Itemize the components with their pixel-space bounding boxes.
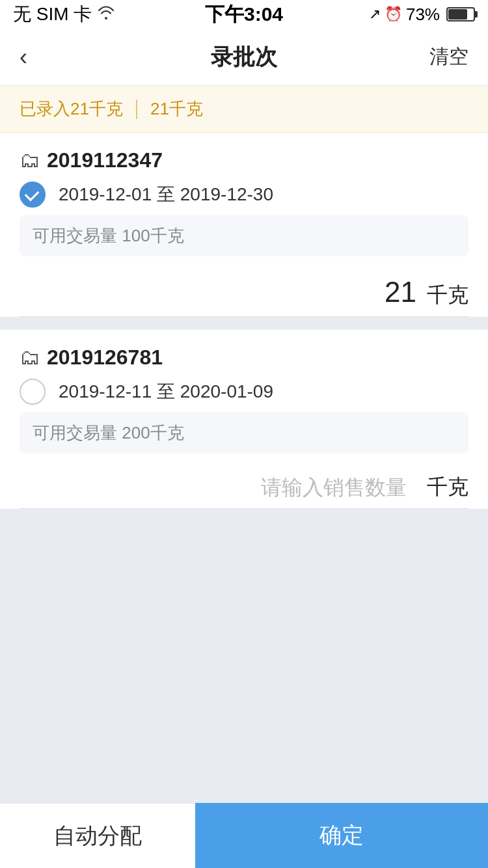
page-content: 已录入21千克 21千克 🗂 2019112347 2019-12-01 至 2… xyxy=(0,86,488,868)
batch-id-row-2: 🗂 2019126781 xyxy=(0,330,488,375)
separator-1 xyxy=(0,317,488,330)
back-button[interactable]: ‹ xyxy=(20,44,27,71)
radio-1[interactable] xyxy=(20,182,46,208)
batch-icon-1: 🗂 xyxy=(20,148,40,172)
recorded-amount: 已录入21千克 xyxy=(20,98,123,120)
available-1: 可用交易量 100千克 xyxy=(20,215,468,256)
clear-button[interactable]: 清空 xyxy=(429,44,468,70)
status-right: ↗ ⏰ 73% xyxy=(369,5,475,25)
status-left: 无 SIM 卡 xyxy=(13,2,115,27)
amount-unit-1: 千克 xyxy=(427,281,468,310)
batch-id-1: 2019112347 xyxy=(47,148,163,172)
date-range-2: 2019-12-11 至 2020-01-09 xyxy=(59,379,273,404)
batch-id-row-1: 🗂 2019112347 xyxy=(0,133,488,178)
amount-row-1: 21 千克 xyxy=(0,269,488,316)
radio-2[interactable] xyxy=(20,379,46,405)
amount-value-1: 21 xyxy=(385,276,416,308)
wifi-icon xyxy=(97,4,115,25)
available-2: 可用交易量 200千克 xyxy=(20,413,468,454)
confirm-button[interactable]: 确定 xyxy=(195,803,488,868)
batch-id-2: 2019126781 xyxy=(47,346,163,370)
auto-distribute-button[interactable]: 自动分配 xyxy=(0,803,195,868)
batch-card-1: 🗂 2019112347 2019-12-01 至 2019-12-30 可用交… xyxy=(0,133,488,317)
bottom-bar: 自动分配 确定 xyxy=(0,803,488,868)
input-row-2: 千克 xyxy=(0,467,488,508)
carrier-text: 无 SIM 卡 xyxy=(13,2,92,27)
date-range-1: 2019-12-01 至 2019-12-30 xyxy=(59,182,273,207)
page-title: 录批次 xyxy=(211,42,277,72)
banner-divider xyxy=(136,100,137,119)
date-row-2[interactable]: 2019-12-11 至 2020-01-09 xyxy=(0,375,488,413)
nav-bar: ‹ 录批次 清空 xyxy=(0,29,488,86)
date-row-1[interactable]: 2019-12-01 至 2019-12-30 xyxy=(0,178,488,215)
location-icon: ↗ xyxy=(369,6,381,23)
info-banner: 已录入21千克 21千克 xyxy=(0,86,488,133)
battery-icon xyxy=(446,7,475,21)
batch-icon-2: 🗂 xyxy=(20,346,40,370)
batch-card-2: 🗂 2019126781 2019-12-11 至 2020-01-09 可用交… xyxy=(0,330,488,509)
alarm-icon: ⏰ xyxy=(385,6,402,23)
battery-percent: 73% xyxy=(406,5,440,25)
input-unit-2: 千克 xyxy=(427,473,468,502)
status-bar: 无 SIM 卡 下午3:04 ↗ ⏰ 73% xyxy=(0,0,488,29)
total-amount: 21千克 xyxy=(150,98,203,120)
status-time: 下午3:04 xyxy=(205,1,283,28)
quantity-input[interactable] xyxy=(156,476,416,500)
